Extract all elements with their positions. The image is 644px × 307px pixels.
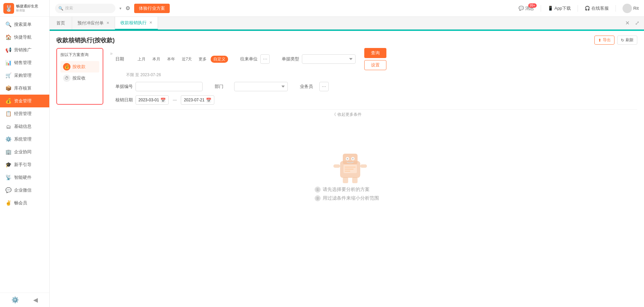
search-placeholder: 搜索 (65, 5, 73, 11)
sidebar-item-purchase[interactable]: 🛒 采购管理 (0, 69, 49, 82)
filter-option-by-receivable[interactable]: ⏱ 按应收 (60, 72, 99, 84)
tab-prepay[interactable]: 预付冲应付单 ✕ (72, 17, 115, 30)
date-tab-custom[interactable]: 自定义 (211, 56, 228, 63)
staff-dots-btn[interactable]: ··· (319, 82, 329, 91)
topbar-divider2 (578, 5, 578, 12)
dept-select[interactable] (234, 82, 288, 91)
sidebar-item-system[interactable]: ⚙️ 系统管理 (0, 133, 49, 146)
date-tab-thismonth[interactable]: 本月 (150, 56, 163, 63)
sidebar-item-marketing[interactable]: 📢 营销推广 (0, 44, 49, 56)
sidebar-label-newbie: 新手引导 (14, 162, 32, 168)
tab-home[interactable]: 首页 (50, 17, 72, 30)
tab-maximize-icon[interactable]: ⤢ (634, 18, 641, 28)
tab-prepay-close[interactable]: ✕ (106, 21, 109, 25)
topbar-service[interactable]: 🎧 在线客服 (585, 5, 609, 11)
basic-icon: 🗂 (5, 124, 11, 130)
doctype-select[interactable] (302, 54, 356, 64)
docno-input[interactable] (136, 82, 203, 91)
filter-left-panel: 按以下方案查询 💰 按收款 ⏱ 按应收 (56, 48, 103, 105)
date-tab-thisyear[interactable]: 本年 (164, 56, 178, 63)
page-header: 收款核销执行(按收款) ⬆ 导出 ↻ 刷新 (50, 31, 644, 48)
sidebar-item-newbie[interactable]: 🎓 新手引导 (0, 158, 49, 171)
svg-point-4 (347, 158, 348, 160)
doctype-label: 单据类型 (282, 56, 299, 62)
date-range-hint: 不限 至 2023-07-26 (126, 72, 637, 78)
refresh-icon: ↻ (621, 38, 624, 43)
sidebar-item-inventory[interactable]: 📦 库存核算 (0, 82, 49, 95)
export-btn[interactable]: ⬆ 导出 (594, 36, 614, 45)
writeoff-date-start[interactable]: 2023-03-01 📅 (136, 95, 169, 105)
sidebar-item-operation[interactable]: 📋 经营管理 (0, 107, 49, 120)
operation-icon: 📋 (5, 111, 11, 117)
tab-close-all-icon[interactable]: ✕ (624, 18, 631, 28)
sidebar-item-wechat[interactable]: 💬 企业微信 (0, 184, 49, 197)
date-tabs: 上月 本月 本年 近7天 更多 自定义 (135, 56, 228, 63)
topbar-gear-icon[interactable]: ⚙ (125, 5, 130, 11)
tip-num-1: ① (315, 187, 321, 193)
topbar-user[interactable]: Rit (623, 4, 639, 13)
sidebar-label-system: 系统管理 (14, 136, 32, 142)
dept-field: 部门 (215, 82, 288, 91)
wechat-icon: 💬 (5, 187, 11, 193)
query-btns: 查询 设置 (364, 48, 386, 70)
svg-point-5 (352, 158, 354, 160)
docno-label: 单据编号 (115, 84, 133, 90)
sidebar-label-search: 搜索菜单 (14, 21, 32, 28)
refresh-btn[interactable]: ↻ 刷新 (617, 36, 637, 45)
sidebar-item-enterprise[interactable]: 🏢 企业协同 (0, 146, 49, 158)
sidebar-item-finance[interactable]: 💰 资金管理 (0, 95, 49, 107)
sidebar-item-search[interactable]: 🔍 搜索菜单 (0, 18, 49, 31)
tab-receipt-close[interactable]: ✕ (149, 20, 152, 25)
doctype-field: 单据类型 (282, 54, 356, 64)
message-icon: 💬 (519, 6, 524, 11)
query-btn[interactable]: 查询 (364, 48, 386, 58)
page-content: 收款核销执行(按收款) ⬆ 导出 ↻ 刷新 按以下方案查询 💰 按收款 (50, 30, 644, 307)
staff-field: 业务员 ··· (300, 82, 329, 91)
refresh-label: 刷新 (626, 37, 634, 43)
sidebar-label-hardware: 智能硬件 (14, 174, 32, 181)
marketing-icon: 📢 (5, 47, 11, 53)
sidebar-item-member[interactable]: ✌ 畅会员 (0, 197, 49, 209)
empty-tip1-text: 请先选择要分析的方案 (323, 187, 370, 193)
logo-icon: 🐰 (3, 3, 14, 14)
filter-row-1: 日期 上月 本月 本年 近7天 更多 自定义 (115, 48, 637, 70)
industry-btn[interactable]: 体验行业方案 (134, 4, 170, 13)
date-tab-lastmonth[interactable]: 上月 (135, 56, 148, 63)
settings-bottom-icon[interactable]: ⚙️ (11, 296, 19, 304)
writeoff-date-end[interactable]: 2023-07-21 📅 (181, 95, 214, 105)
sidebar-label-member: 畅会员 (14, 200, 27, 206)
tab-receipt-writeoff[interactable]: 收款核销执行 ✕ (115, 17, 158, 30)
sidebar-item-basic[interactable]: 🗂 基础信息 (0, 120, 49, 133)
svg-rect-8 (343, 177, 348, 183)
collapse-more-btn[interactable]: 《 收起更多条件 (332, 112, 362, 117)
home-icon: 🏠 (5, 34, 11, 40)
sidebar-nav: 🔍 搜索菜单 🏠 快捷导航 📢 营销推广 📊 销售管理 🛒 采购管理 📦 库存核… (0, 17, 49, 293)
writeoff-date-field: 核销日期 2023-03-01 📅 — 2023-07-21 📅 (115, 95, 214, 105)
date-tab-more[interactable]: 更多 (196, 56, 209, 63)
finance-icon: 💰 (5, 98, 11, 104)
receivable-option-label: 按应收 (72, 75, 86, 81)
staff-label: 业务员 (300, 84, 317, 90)
calendar-end-icon: 📅 (206, 98, 211, 103)
filter-collapse-icon[interactable]: » (110, 51, 113, 56)
sidebar-item-sales[interactable]: 📊 销售管理 (0, 56, 49, 69)
date-tab-7days[interactable]: 近7天 (179, 56, 195, 63)
partner-dots-btn[interactable]: ··· (260, 54, 270, 64)
topbar-divider3 (615, 5, 616, 12)
topbar-right: 💬 消息 99+ 📱 App下载 🎧 在线客服 Rit (519, 4, 639, 13)
settings-btn[interactable]: 设置 (364, 60, 386, 70)
sidebar: 🐰 畅捷通好生意 标准版 🔍 搜索菜单 🏠 快捷导航 📢 营销推广 📊 销售管理… (0, 0, 50, 307)
sidebar-label-operation: 经营管理 (14, 111, 32, 117)
topbar-chevron-icon[interactable]: ▾ (119, 6, 121, 11)
user-avatar (623, 4, 632, 13)
topbar-search[interactable]: 🔍 搜索 (55, 4, 115, 13)
sidebar-label-basic: 基础信息 (14, 123, 32, 130)
topbar-message[interactable]: 💬 消息 99+ (519, 5, 534, 11)
collapse-sidebar-icon[interactable]: ◀ (33, 296, 38, 304)
tab-receipt-label: 收款核销执行 (120, 20, 147, 26)
empty-tip-1: ① 请先选择要分析的方案 (315, 187, 379, 193)
topbar-app-download[interactable]: 📱 App下载 (548, 5, 571, 11)
sidebar-item-hardware[interactable]: 📡 智能硬件 (0, 171, 49, 184)
filter-option-by-receipt[interactable]: 💰 按收款 (60, 61, 99, 72)
sidebar-item-quicknav[interactable]: 🏠 快捷导航 (0, 31, 49, 44)
